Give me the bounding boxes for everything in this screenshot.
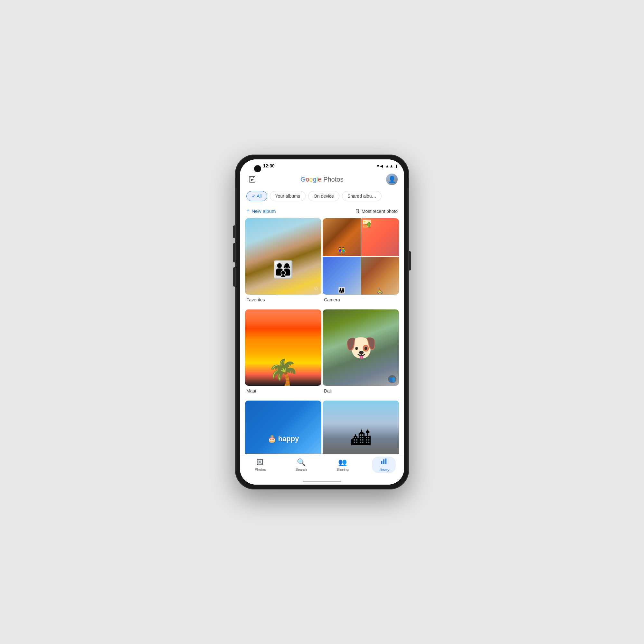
bottom-nav: 🖼 Photos 🔍 Search 👥 Sharing bbox=[240, 454, 404, 478]
favorites-photo bbox=[245, 218, 321, 295]
filter-chip-your-albums[interactable]: Your albums bbox=[270, 191, 306, 201]
album-camera-label: Camera bbox=[323, 295, 399, 303]
new-album-label: New album bbox=[252, 208, 276, 214]
camera-photo-4 bbox=[361, 257, 399, 295]
status-time: 12:30 bbox=[263, 163, 275, 168]
search-nav-icon: 🔍 bbox=[297, 458, 306, 467]
album-dali-thumbnail: 🐶 👥 bbox=[323, 309, 399, 386]
album-maui-thumbnail: 🌴 bbox=[245, 309, 321, 386]
album-dali[interactable]: 🐶 👥 Dali bbox=[323, 309, 399, 394]
album-city-thumbnail: 🏙 bbox=[323, 401, 399, 454]
phone-screen: 12:30 ▼◀ ▲▲ ▮ Google Photos bbox=[240, 159, 404, 485]
app-header: Google Photos 👤 bbox=[240, 170, 404, 188]
phone-frame: 12:30 ▼◀ ▲▲ ▮ Google Photos bbox=[235, 155, 409, 489]
album-favorites[interactable]: ☆ Favorites bbox=[245, 218, 321, 303]
city-emoji: 🏙 bbox=[351, 428, 371, 450]
content-area: + New album ⇅ Most recent photo ☆ Favori… bbox=[240, 204, 404, 454]
album-maui-label: Maui bbox=[245, 386, 321, 394]
signal-icon: ▲▲ bbox=[385, 164, 393, 168]
album-city[interactable]: 🏙 bbox=[323, 401, 399, 454]
nav-sharing[interactable]: 👥 Sharing bbox=[330, 457, 355, 473]
shared-icon: 👥 bbox=[388, 375, 396, 383]
filter-chip-all[interactable]: ✓ All bbox=[246, 191, 267, 201]
store-button[interactable] bbox=[246, 174, 258, 185]
status-bar: 12:30 ▼◀ ▲▲ ▮ bbox=[240, 159, 404, 170]
check-icon: ✓ bbox=[252, 194, 255, 199]
wifi-icon: ▼◀ bbox=[376, 164, 383, 168]
filter-on-device-label: On device bbox=[314, 194, 334, 199]
album-happy-thumbnail: 🎂 happy bbox=[245, 401, 321, 454]
filter-chips-row: ✓ All Your albums On device Shared albu… bbox=[240, 188, 404, 204]
new-album-button[interactable]: + New album bbox=[246, 208, 276, 214]
filter-all-label: All bbox=[257, 194, 262, 199]
avatar-image: 👤 bbox=[388, 175, 396, 183]
cake-photo: 🎂 happy bbox=[245, 401, 321, 454]
photos-nav-label: Photos bbox=[255, 468, 266, 471]
filter-your-albums-label: Your albums bbox=[275, 194, 300, 199]
home-bar bbox=[303, 481, 341, 482]
svg-rect-1 bbox=[381, 461, 383, 464]
cake-text: 🎂 happy bbox=[268, 435, 299, 443]
album-favorites-thumbnail: ☆ bbox=[245, 218, 321, 295]
dali-photo: 🐶 bbox=[323, 309, 399, 386]
camera-photo-1 bbox=[323, 218, 361, 256]
google-wordmark: Google bbox=[301, 176, 322, 183]
plus-icon: + bbox=[246, 208, 250, 214]
album-camera[interactable]: Camera bbox=[323, 218, 399, 303]
sort-icon: ⇅ bbox=[355, 208, 360, 214]
nav-search[interactable]: 🔍 Search bbox=[289, 457, 313, 473]
home-indicator bbox=[240, 478, 404, 485]
sharing-nav-label: Sharing bbox=[336, 468, 349, 471]
dog-emoji: 🐶 bbox=[345, 333, 377, 363]
photos-wordmark: Photos bbox=[323, 176, 343, 183]
library-nav-icon bbox=[380, 458, 387, 467]
camera-photo-2 bbox=[361, 218, 399, 256]
search-nav-label: Search bbox=[296, 468, 307, 471]
status-icons: ▼◀ ▲▲ ▮ bbox=[376, 164, 398, 168]
city-photo: 🏙 bbox=[323, 401, 399, 454]
album-dali-label: Dali bbox=[323, 386, 399, 394]
maui-photo: 🌴 bbox=[245, 309, 321, 386]
palm-tree-silhouette: 🌴 bbox=[267, 360, 299, 386]
star-icon: ☆ bbox=[314, 285, 319, 292]
avatar[interactable]: 👤 bbox=[386, 174, 398, 185]
camera-hole bbox=[254, 165, 261, 172]
album-happy[interactable]: 🎂 happy bbox=[245, 401, 321, 454]
camera-grid bbox=[323, 218, 399, 295]
mute-button bbox=[233, 225, 235, 238]
sort-label: Most recent photo bbox=[362, 209, 398, 214]
album-favorites-label: Favorites bbox=[245, 295, 321, 303]
battery-icon: ▮ bbox=[395, 164, 398, 168]
camera-photo-3 bbox=[323, 257, 361, 295]
nav-library[interactable]: Library bbox=[372, 457, 396, 473]
volume-up-button bbox=[233, 243, 235, 262]
album-camera-thumbnail bbox=[323, 218, 399, 295]
nav-photos[interactable]: 🖼 Photos bbox=[248, 457, 272, 473]
albums-grid: ☆ Favorites Camera bbox=[240, 218, 404, 454]
filter-shared-label: Shared albu… bbox=[347, 194, 376, 199]
svg-rect-3 bbox=[385, 459, 387, 464]
filter-chip-shared-albums[interactable]: Shared albu… bbox=[342, 191, 382, 201]
photos-nav-icon: 🖼 bbox=[257, 458, 264, 467]
albums-toolbar: + New album ⇅ Most recent photo bbox=[240, 204, 404, 218]
filter-chip-on-device[interactable]: On device bbox=[308, 191, 339, 201]
sort-button[interactable]: ⇅ Most recent photo bbox=[355, 208, 398, 214]
app-logo: Google Photos bbox=[301, 176, 344, 183]
library-nav-label: Library bbox=[378, 468, 389, 472]
power-button bbox=[409, 251, 411, 270]
volume-down-button bbox=[233, 267, 235, 287]
svg-rect-2 bbox=[383, 459, 384, 464]
sharing-nav-icon: 👥 bbox=[338, 458, 347, 467]
album-maui[interactable]: 🌴 Maui bbox=[245, 309, 321, 394]
